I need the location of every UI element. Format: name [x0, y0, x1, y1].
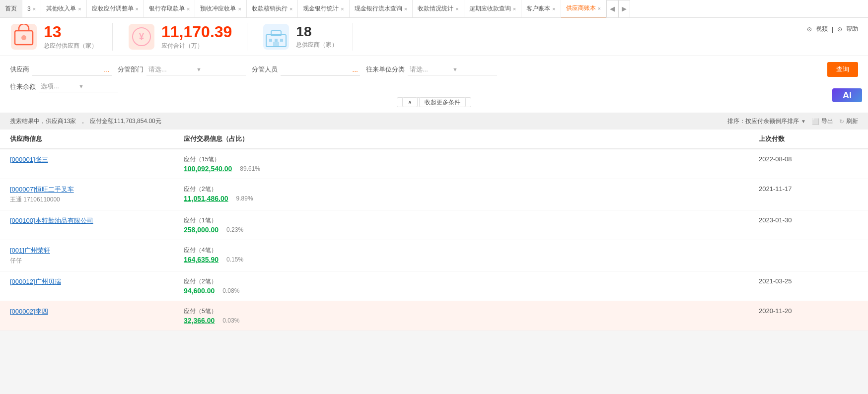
- svg-text:¥: ¥: [139, 32, 144, 42]
- nav-tab-3-close[interactable]: ×: [33, 6, 36, 12]
- collapse-bar[interactable]: ∧ 收起更多条件: [10, 96, 858, 109]
- category-select-value: 请选...: [410, 65, 452, 74]
- nav-tab-customer[interactable]: 客户账本 ×: [521, 0, 561, 18]
- filter-row-2: 往来余额 选项... ▼: [10, 81, 858, 92]
- video-link[interactable]: 视频: [816, 25, 828, 33]
- nav-right-arrow[interactable]: ▶: [618, 0, 630, 18]
- table-row: [001]广州荣轩 仔仔 应付（4笔） 164,635.90 0.15%: [0, 240, 868, 271]
- nav-tab-prepay[interactable]: 预收冲应收单 ×: [195, 0, 246, 18]
- nav-tab-ar-adjust[interactable]: 应收应付调整单 ×: [87, 0, 144, 18]
- row1-txn-row: 11,051,486.00 9.89%: [184, 195, 759, 202]
- nav-tab-overdue-close[interactable]: ×: [513, 6, 516, 12]
- row5-txn-pct: 0.03%: [222, 317, 239, 324]
- nav-tab-collection-stats-close[interactable]: ×: [455, 6, 458, 12]
- row4-supplier-link[interactable]: [000012]广州贝瑞: [10, 277, 184, 286]
- row0-supplier: [000001]张三: [10, 155, 184, 164]
- row0-txn-amount[interactable]: 100,092,540.00: [184, 165, 232, 173]
- dept-select[interactable]: 请选... ▼: [146, 64, 246, 75]
- row2-txn-row: 258,000.00 0.23%: [184, 226, 759, 234]
- sort-label: 排序：按应付余额倒序排序: [727, 117, 799, 126]
- row2-supplier-link[interactable]: [000100]本特勤油品有限公司: [10, 216, 184, 225]
- stat-total-suppliers: 18 总供应商（家）: [262, 23, 353, 51]
- nav-tab-3[interactable]: 3 ×: [22, 0, 41, 18]
- nav-tab-collection-close[interactable]: ×: [289, 6, 292, 12]
- filter-person: 分管人员 ...: [252, 63, 360, 76]
- row2-txn-amount[interactable]: 258,000.00: [184, 226, 218, 234]
- top-right-links: ⊙ 视频 | ⊙ 帮助: [807, 25, 858, 33]
- supplier-dots-btn[interactable]: ...: [104, 66, 110, 73]
- row3-supplier: [001]广州荣轩 仔仔: [10, 246, 184, 265]
- help-link[interactable]: 帮助: [846, 25, 858, 33]
- row4-txn-pct: 0.08%: [222, 287, 239, 294]
- filter-supplier: 供应商 ...: [10, 63, 112, 76]
- nav-tab-overdue-label: 超期应收款查询: [469, 4, 511, 13]
- circle-icon-2: ⊙: [837, 26, 842, 33]
- refresh-btn[interactable]: ↻ 刷新: [839, 117, 858, 126]
- row3-txn-amount[interactable]: 164,635.90: [184, 256, 218, 263]
- header-last-pay: 上次付数: [759, 134, 858, 143]
- row1-txn-label: 应付（2笔）: [184, 185, 759, 194]
- row5-txn-amount[interactable]: 32,366.00: [184, 317, 215, 325]
- nav-tab-ar-adjust-label: 应收应付调整单: [92, 4, 134, 13]
- nav-tab-cash-stats-close[interactable]: ×: [341, 6, 344, 12]
- nav-tab-bank[interactable]: 银行存取款单 ×: [144, 0, 195, 18]
- nav-tab-cash-stats[interactable]: 现金银行统计 ×: [298, 0, 349, 18]
- row1-txn: 应付（2笔） 11,051,486.00 9.89%: [184, 185, 759, 202]
- nav-tab-cash-flow-label: 现金银行流水查询: [355, 4, 402, 13]
- nav-tab-other-income[interactable]: 其他收入单 ×: [41, 0, 86, 18]
- row3-supplier-link[interactable]: [001]广州荣轩: [10, 246, 184, 255]
- refresh-icon: ↻: [839, 118, 844, 125]
- ai-badge[interactable]: Ai: [832, 88, 862, 102]
- nav-tab-customer-label: 客户账本: [526, 4, 550, 13]
- row5-txn-label: 应付（5笔）: [184, 307, 759, 316]
- balance-filter-label: 往来余额: [10, 82, 36, 91]
- svg-rect-10: [275, 39, 278, 42]
- row5-supplier-link[interactable]: [000002]李四: [10, 307, 184, 316]
- balance-arrow-down-icon: ▼: [78, 83, 116, 89]
- row5-supplier: [000002]李四: [10, 307, 184, 316]
- row0-txn-pct: 89.61%: [240, 165, 260, 172]
- nav-tab-ar-adjust-close[interactable]: ×: [136, 6, 139, 12]
- result-right-actions: 排序：按应付余额倒序排序 ▼ ⬜ 导出 ↻ 刷新: [727, 117, 858, 126]
- nav-tab-collection-stats[interactable]: 收款情况统计 ×: [413, 0, 464, 18]
- nav-tab-cash-flow[interactable]: 现金银行流水查询 ×: [350, 0, 413, 18]
- payable-suppliers-icon: [10, 23, 38, 51]
- person-input-wrapper[interactable]: ...: [281, 63, 360, 76]
- nav-tab-overdue[interactable]: 超期应收款查询 ×: [464, 0, 521, 18]
- row4-txn-info: 应付（2笔） 94,600.00 0.08%: [184, 277, 759, 295]
- filter-dept: 分管部门 请选... ▼: [118, 64, 246, 75]
- category-select[interactable]: 请选... ▼: [408, 64, 497, 75]
- stat-payable-amount-text: 11,170.39 应付合计（万）: [161, 23, 232, 50]
- row4-txn-amount[interactable]: 94,600.00: [184, 287, 215, 295]
- sort-select[interactable]: 排序：按应付余额倒序排序 ▼: [727, 117, 806, 126]
- result-bar: 搜索结果中，供应商13家 ， 应付金额111,703,854.00元 排序：按应…: [0, 113, 868, 130]
- query-button[interactable]: 查询: [827, 62, 858, 77]
- row0-supplier-link[interactable]: [000001]张三: [10, 155, 184, 164]
- table-header: 供应商信息 应付交易信息（占比） 上次付数: [0, 130, 868, 149]
- nav-tab-prepay-close[interactable]: ×: [238, 6, 241, 12]
- collapse-btn[interactable]: ∧ 收起更多条件: [397, 97, 471, 107]
- table-row: [000007]恒旺二手叉车 王通 17106110000 应付（2笔） 11,…: [0, 179, 868, 210]
- nav-tab-home[interactable]: 首页: [0, 0, 22, 18]
- export-btn[interactable]: ⬜ 导出: [812, 117, 833, 126]
- nav-tab-supplier-label: 供应商账本: [566, 4, 596, 12]
- balance-select[interactable]: 选项... ▼: [39, 81, 118, 92]
- nav-tab-supplier-close[interactable]: ×: [598, 5, 601, 11]
- supplier-input-wrapper[interactable]: ...: [32, 63, 112, 76]
- person-input[interactable]: [283, 64, 352, 74]
- nav-tab-supplier[interactable]: 供应商账本 ×: [561, 0, 606, 18]
- nav-tab-customer-close[interactable]: ×: [552, 6, 555, 12]
- nav-left-arrow[interactable]: ◀: [606, 0, 618, 18]
- row1-supplier-link[interactable]: [000007]恒旺二手叉车: [10, 185, 184, 194]
- dept-arrow-down-icon: ▼: [196, 66, 244, 72]
- row0-txn: 应付（15笔） 100,092,540.00 89.61%: [184, 155, 759, 173]
- svg-rect-9: [269, 39, 272, 42]
- row1-txn-amount[interactable]: 11,051,486.00: [184, 195, 228, 202]
- nav-tab-bank-close[interactable]: ×: [187, 6, 190, 12]
- supplier-input[interactable]: [34, 64, 104, 74]
- nav-tab-cash-flow-close[interactable]: ×: [404, 6, 407, 12]
- stats-bar: 13 总应付供应商（家） ¥ 11,170.39 应付合计（万）: [0, 18, 868, 56]
- nav-tab-collection[interactable]: 收款核销执行 ×: [247, 0, 298, 18]
- person-dots-btn[interactable]: ...: [352, 66, 358, 73]
- nav-tab-other-income-close[interactable]: ×: [78, 6, 81, 12]
